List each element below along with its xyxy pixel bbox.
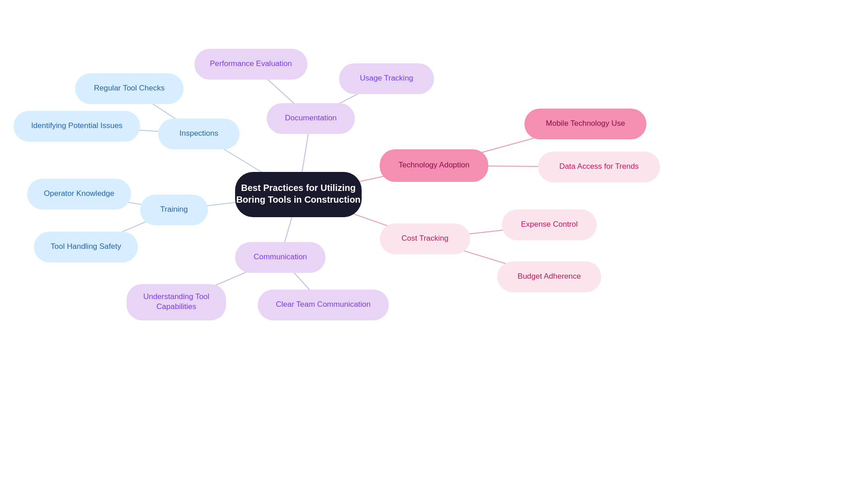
svg-text:Identifying Potential Issues: Identifying Potential Issues xyxy=(31,121,123,130)
svg-text:Tool Handling Safety: Tool Handling Safety xyxy=(51,242,121,251)
svg-text:Inspections: Inspections xyxy=(179,129,218,138)
svg-text:Data Access for Trends: Data Access for Trends xyxy=(559,162,639,171)
svg-text:Budget Adherence: Budget Adherence xyxy=(518,272,581,281)
svg-text:Expense Control: Expense Control xyxy=(521,220,578,228)
svg-text:Performance Evaluation: Performance Evaluation xyxy=(210,59,292,68)
svg-text:Best Practices for Utilizing: Best Practices for Utilizing xyxy=(241,183,355,193)
svg-text:Technology Adoption: Technology Adoption xyxy=(399,161,470,169)
svg-text:Understanding Tool: Understanding Tool xyxy=(143,292,209,301)
svg-text:Training: Training xyxy=(160,205,188,214)
svg-text:Communication: Communication xyxy=(254,252,307,261)
svg-text:Clear Team Communication: Clear Team Communication xyxy=(276,300,370,309)
mind-map-canvas: Best Practices for UtilizingBoring Tools… xyxy=(0,0,868,490)
svg-text:Boring Tools in Construction: Boring Tools in Construction xyxy=(236,195,360,205)
svg-text:Usage Tracking: Usage Tracking xyxy=(360,74,413,82)
svg-text:Mobile Technology Use: Mobile Technology Use xyxy=(546,119,625,128)
svg-text:Cost Tracking: Cost Tracking xyxy=(401,234,448,243)
svg-text:Regular Tool Checks: Regular Tool Checks xyxy=(94,84,165,92)
svg-text:Capabilities: Capabilities xyxy=(156,302,196,311)
svg-text:Operator Knowledge: Operator Knowledge xyxy=(44,189,114,198)
svg-text:Documentation: Documentation xyxy=(285,114,336,122)
